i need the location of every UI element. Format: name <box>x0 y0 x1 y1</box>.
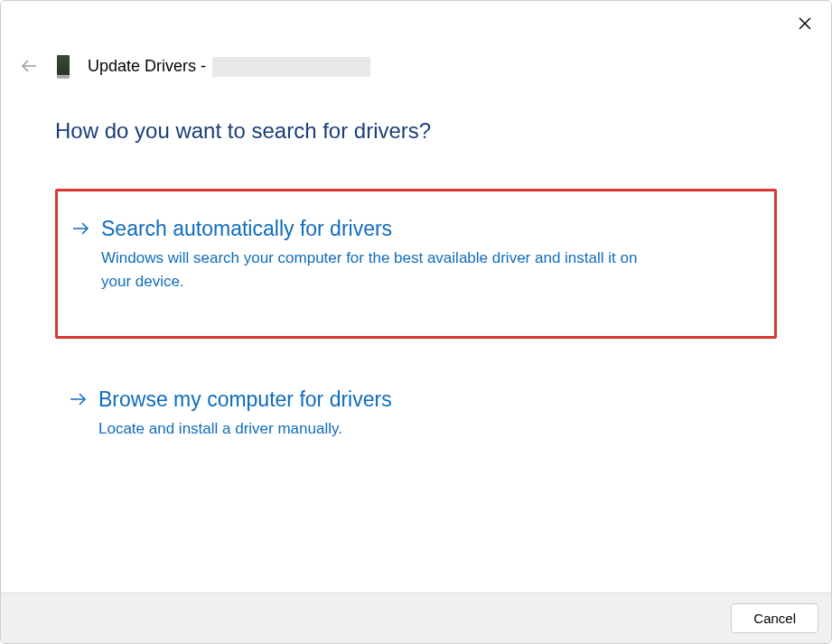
dialog-heading: How do you want to search for drivers? <box>55 118 777 144</box>
dialog-content: How do you want to search for drivers? S… <box>55 118 777 490</box>
option-description: Windows will search your computer for th… <box>101 247 661 293</box>
arrow-right-icon <box>70 390 88 411</box>
back-arrow-icon <box>21 58 37 77</box>
dialog-header: Update Drivers - <box>21 55 370 79</box>
device-icon <box>57 55 70 79</box>
dialog-title: Update Drivers - <box>88 57 370 78</box>
close-button[interactable] <box>791 10 818 37</box>
dialog-title-prefix: Update Drivers - <box>88 57 206 75</box>
device-name-redacted <box>212 57 370 77</box>
cancel-button[interactable]: Cancel <box>731 603 818 633</box>
option-title: Search automatically for drivers <box>101 217 760 241</box>
option-description: Locate and install a driver manually. <box>98 417 659 441</box>
option-search-automatically[interactable]: Search automatically for drivers Windows… <box>55 189 777 339</box>
close-icon <box>799 17 811 30</box>
option-title: Browse my computer for drivers <box>98 387 762 412</box>
dialog-footer: Cancel <box>1 593 831 643</box>
option-browse-computer[interactable]: Browse my computer for drivers Locate an… <box>55 375 777 462</box>
arrow-right-icon <box>72 219 90 240</box>
